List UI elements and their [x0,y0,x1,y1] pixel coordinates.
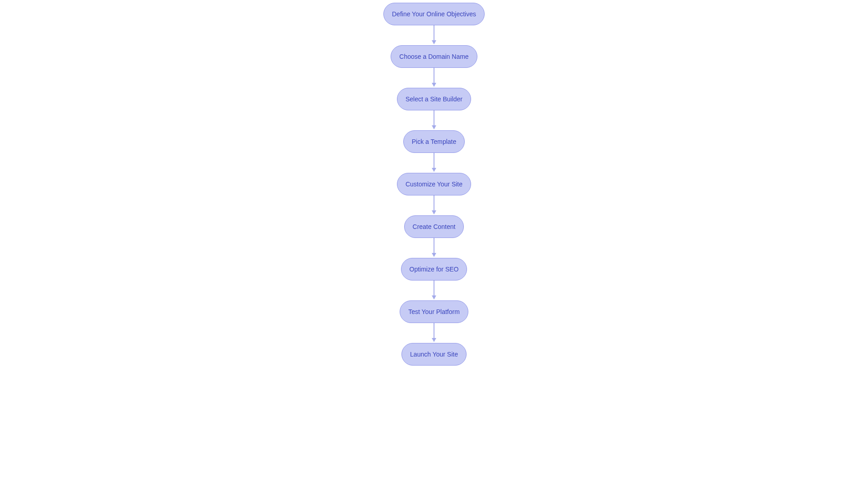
connector-line [434,238,434,253]
flowchart: Define Your Online Objectives Choose a D… [383,3,485,366]
flow-node-2: Choose a Domain Name [391,45,477,68]
arrow-down-icon [432,168,436,172]
flow-connector [432,110,436,130]
connector-line [434,323,434,338]
flow-node-3: Select a Site Builder [397,88,471,110]
flow-node-4: Pick a Template [403,130,465,153]
connector-line [434,195,434,211]
arrow-down-icon [432,125,436,129]
flow-node-7: Optimize for SEO [401,258,467,281]
flow-connector [432,323,436,343]
arrow-down-icon [432,338,436,342]
arrow-down-icon [432,210,436,214]
flow-node-6: Create Content [404,215,464,238]
connector-line [434,68,434,83]
connector-line [434,153,434,168]
arrow-down-icon [432,253,436,257]
arrow-down-icon [432,83,436,87]
flow-node-5: Customize Your Site [397,173,471,195]
connector-line [434,281,434,296]
flow-connector [432,68,436,88]
flow-connector [432,281,436,300]
flow-connector [432,238,436,258]
flow-connector [432,195,436,215]
arrow-down-icon [432,40,436,44]
flow-connector [432,153,436,173]
connector-line [434,110,434,126]
flow-connector [432,25,436,45]
arrow-down-icon [432,295,436,300]
flow-node-9: Launch Your Site [401,343,467,366]
flow-node-8: Test Your Platform [400,300,468,323]
flow-node-1: Define Your Online Objectives [383,3,485,25]
connector-line [434,25,434,41]
